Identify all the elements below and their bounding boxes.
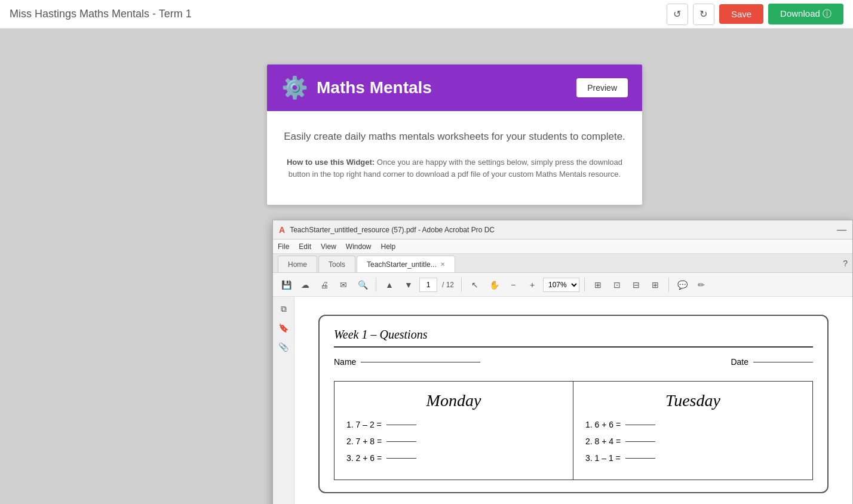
email-tool-button[interactable]: ✉	[335, 276, 352, 293]
toolbar-sep-3	[584, 278, 585, 292]
zoom-select[interactable]: 107% 50% 75% 100% 150% 200%	[543, 278, 579, 292]
monday-q2: 2. 7 + 8 =	[346, 437, 561, 446]
page-title: Miss Hastings Maths Mentals - Term 1	[10, 8, 192, 20]
fit-width-button[interactable]: ⊟	[628, 276, 645, 293]
menu-window[interactable]: Window	[346, 242, 372, 251]
monday-q1: 1. 7 – 2 =	[346, 420, 561, 429]
main-area: ⚙️ Maths Mentals Preview Easily create d…	[0, 29, 853, 504]
zoom-in-button[interactable]: +	[524, 276, 541, 293]
upload-tool-button[interactable]: ☁	[297, 276, 314, 293]
pdf-titlebar: A TeachStarter_untitled_resource (57).pd…	[273, 220, 852, 239]
tab-close-icon[interactable]: ✕	[440, 261, 445, 268]
zoom-out-button[interactable]: −	[505, 276, 521, 293]
pdf-content: Week 1 – Questions Name Date	[294, 297, 852, 504]
pdf-page-title: Week 1 – Questions	[334, 328, 813, 348]
pdf-day-monday: Monday 1. 7 – 2 = 2. 7 + 8 = 3. 2 + 6 =	[335, 382, 573, 480]
sidebar-bookmark-icon[interactable]: 🔖	[277, 321, 291, 335]
tab-teachstarter-label: TeachStarter_untitle...	[367, 260, 437, 269]
widget-panel: ⚙️ Maths Mentals Preview Easily create d…	[267, 64, 642, 205]
pdf-window: A TeachStarter_untitled_resource (57).pd…	[272, 220, 853, 504]
widget-title: Maths Mentals	[317, 78, 432, 97]
monday-title: Monday	[346, 391, 561, 410]
page-total: / 12	[442, 281, 454, 289]
widget-header: ⚙️ Maths Mentals Preview	[267, 64, 642, 111]
pdf-app-icon: A	[279, 225, 285, 235]
tuesday-q2: 2. 8 + 4 =	[585, 437, 800, 446]
save-tool-button[interactable]: 💾	[278, 276, 294, 293]
pdf-menubar: File Edit View Window Help	[273, 239, 852, 254]
sidebar-pages-icon[interactable]: ⧉	[277, 302, 291, 316]
menu-help[interactable]: Help	[381, 242, 396, 251]
search-tool-button[interactable]: 🔍	[354, 276, 371, 293]
how-to-title: How to use this Widget:	[287, 158, 375, 167]
preview-button[interactable]: Preview	[576, 78, 628, 97]
fit-page-button[interactable]: ⊡	[609, 276, 625, 293]
widget-description: Easily create daily maths mentals worksh…	[281, 129, 628, 145]
widget-instructions: How to use this Widget: Once you are hap…	[281, 156, 628, 182]
cursor-tool-button[interactable]: ↖	[467, 276, 483, 293]
pdf-days: Monday 1. 7 – 2 = 2. 7 + 8 = 3. 2 + 6 =	[334, 381, 813, 480]
monday-q3: 3. 2 + 6 =	[346, 453, 561, 463]
pdf-date-line: Date	[731, 357, 813, 367]
toolbar-sep-4	[668, 278, 669, 292]
undo-button[interactable]: ↺	[667, 4, 688, 25]
top-bar-actions: ↺ ↻ Save Download ⓘ	[667, 4, 843, 25]
sidebar-link-icon[interactable]: 📎	[277, 340, 291, 354]
pdf-tabbar: Home Tools TeachStarter_untitle... ✕ ?	[273, 254, 852, 273]
tuesday-q3: 3. 1 – 1 =	[585, 453, 800, 463]
tuesday-q2-answer	[625, 441, 655, 442]
name-label: Name	[334, 357, 356, 367]
download-button[interactable]: Download ⓘ	[768, 4, 843, 24]
save-button[interactable]: Save	[719, 4, 763, 24]
toolbar-sep-1	[376, 278, 376, 292]
pdf-name-line: Name	[334, 357, 480, 367]
redo-button[interactable]: ↻	[693, 4, 714, 25]
tab-home[interactable]: Home	[278, 256, 317, 272]
pdf-sidebar: ⧉ 🔖 📎	[273, 297, 294, 504]
date-label: Date	[731, 357, 748, 367]
top-bar: Miss Hastings Maths Mentals - Term 1 ↺ ↻…	[0, 0, 853, 29]
hand-tool-button[interactable]: ✋	[486, 276, 502, 293]
pdf-title-text: TeachStarter_untitled_resource (57).pdf …	[290, 226, 495, 234]
form-tool-button[interactable]: ⊞	[647, 276, 664, 293]
monday-q2-answer	[386, 441, 416, 442]
tuesday-title: Tuesday	[585, 391, 800, 410]
comment-button[interactable]: 💬	[674, 276, 691, 293]
pen-tool-button[interactable]: ✏	[693, 276, 710, 293]
print-tool-button[interactable]: 🖨	[316, 276, 333, 293]
pdf-titlebar-left: A TeachStarter_untitled_resource (57).pd…	[279, 225, 495, 235]
menu-file[interactable]: File	[278, 242, 289, 251]
name-underline	[361, 362, 480, 362]
monday-q3-answer	[386, 458, 416, 459]
menu-edit[interactable]: Edit	[299, 242, 311, 251]
pdf-main: ⧉ 🔖 📎 ◀ Week 1 – Questions Name	[273, 297, 852, 504]
page-number-input[interactable]	[419, 278, 437, 292]
scroll-down-button[interactable]: ▼	[400, 276, 417, 293]
scroll-up-button[interactable]: ▲	[381, 276, 398, 293]
monday-q1-answer	[386, 425, 416, 425]
pdf-page: Week 1 – Questions Name Date	[294, 297, 852, 504]
toolbar-sep-2	[461, 278, 462, 292]
gear-icon: ⚙️	[281, 75, 308, 100]
tuesday-q1-answer	[625, 425, 655, 425]
pdf-help-icon[interactable]: ?	[843, 259, 848, 268]
pdf-name-date: Name Date	[334, 357, 813, 367]
tuesday-q1: 1. 6 + 6 =	[585, 420, 800, 429]
date-underline	[753, 362, 813, 362]
tab-teachstarter[interactable]: TeachStarter_untitle... ✕	[357, 256, 455, 272]
widget-header-left: ⚙️ Maths Mentals	[281, 75, 432, 100]
tab-tools[interactable]: Tools	[318, 256, 355, 272]
tuesday-q3-answer	[625, 458, 655, 459]
pdf-day-tuesday: Tuesday 1. 6 + 6 = 2. 8 + 4 = 3. 1 – 1 =	[573, 382, 812, 480]
pdf-toolbar: 💾 ☁ 🖨 ✉ 🔍 ▲ ▼ / 12 ↖ ✋ − + 107% 50% 75% …	[273, 273, 852, 297]
marquee-tool-button[interactable]: ⊞	[590, 276, 606, 293]
pdf-minimize-button[interactable]: —	[837, 225, 846, 235]
widget-body: Easily create daily maths mentals worksh…	[267, 111, 642, 205]
menu-view[interactable]: View	[321, 242, 336, 251]
